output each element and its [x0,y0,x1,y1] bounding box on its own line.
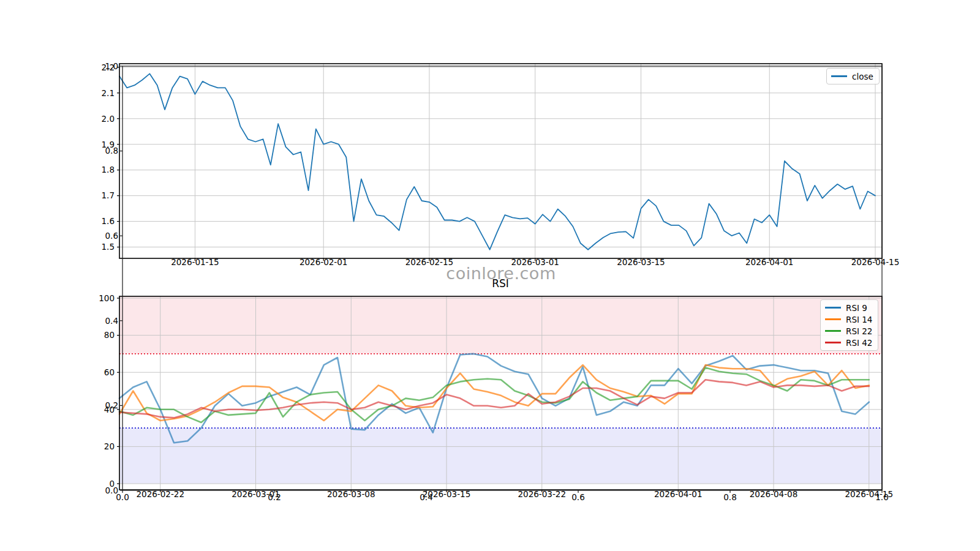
oversold-band [119,428,882,484]
overlay-y-tick-label: 0.2 [105,400,118,410]
legend-entry-rsi42: RSI 42 [825,337,872,348]
y-tick-label: 20 [104,441,115,451]
overlay-y-tick-label: 0.4 [105,316,118,326]
y-tick-label: 1.7 [102,190,115,200]
legend-label-rsi14: RSI 14 [846,315,872,324]
legend-label-rsi22: RSI 22 [846,326,872,336]
overlay-y-tick-label: 0.8 [105,146,118,156]
rsi14-line-swatch [825,318,841,320]
series-rsi-14 [119,365,869,421]
overbought-band [119,296,882,354]
y-tick-label: 2.1 [102,88,115,98]
y-tick-label: 1.5 [102,242,115,252]
figure: 1.51.61.71.81.92.02.12.22026-01-152026-0… [0,0,980,551]
legend-entry-close: close [831,70,873,82]
x-tick-label: 2026-01-15 [171,257,219,267]
y-tick-label: 80 [104,330,115,340]
x-tick-label: 2026-02-01 [300,257,347,267]
x-tick-label: 2026-04-01 [745,257,793,267]
overlay-x-tick-label: 0.4 [420,492,432,502]
legend-entry-rsi14: RSI 14 [825,313,872,325]
y-tick-label: 1.8 [102,165,115,174]
close-line-swatch [831,75,847,77]
legend-entry-rsi22: RSI 22 [825,325,872,337]
overlay-x-tick-label: 0.6 [571,492,584,502]
rsi9-line-swatch [825,307,841,309]
overlay-x-tick-label: 0.8 [723,492,736,502]
y-tick-label: 60 [104,367,115,377]
y-tick-label: 2.0 [102,114,115,124]
rsi-chart: 0204060801002026-02-222026-03-012026-03-… [99,293,893,499]
legend-label-rsi9: RSI 9 [846,303,867,313]
legend-label-rsi42: RSI 42 [846,338,872,348]
series-rsi-42 [119,380,869,418]
y-tick-label: 1.6 [102,216,115,226]
overlay-x-tick-label: 0.0 [116,492,129,502]
overlay-y-tick-label: 0.6 [105,231,118,241]
rsi42-line-swatch [825,342,841,343]
series-rsi-22 [119,368,869,422]
overlay-y-tick-label: 1.0 [105,61,118,71]
legend-label-close: close [852,72,873,81]
overlay-x-tick-label: 0.2 [268,492,281,502]
x-tick-label: 2026-03-15 [617,257,665,267]
rsi22-line-swatch [825,330,841,332]
price-chart: 1.51.61.71.81.92.02.12.22026-01-152026-0… [102,62,900,267]
price-legend: close [826,68,880,84]
overlay-x-tick-label: 1.0 [875,492,888,502]
legend-entry-rsi9: RSI 9 [825,302,872,313]
x-tick-label: 2026-04-15 [851,257,899,267]
series-close [119,73,875,249]
rsi-legend: RSI 9 RSI 14 RSI 22 RSI 42 [820,299,878,351]
y-tick-label: 100 [99,293,115,303]
rsi-chart-title: RSI [492,277,509,290]
